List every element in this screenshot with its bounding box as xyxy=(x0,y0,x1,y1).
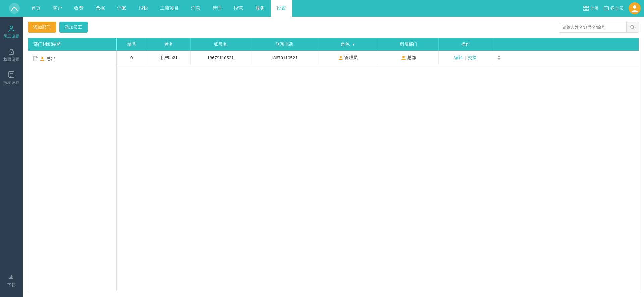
td-account: 18679110521 xyxy=(191,51,251,65)
table-header: 编号 姓名 账号名 联系电话 角色 ▼ 所属部门 操作 xyxy=(117,38,639,51)
avatar-icon xyxy=(630,4,639,13)
svg-rect-2 xyxy=(587,6,588,8)
content-area: 添加部门 添加员工 部门组织结构 xyxy=(23,17,644,297)
table-body: 0 用户0521 18679110521 18679110521 管理 xyxy=(117,51,639,291)
td-scroll xyxy=(492,51,506,65)
logo-area xyxy=(3,2,25,14)
vip-label: 畅会员 xyxy=(610,5,624,11)
nav-item-operation[interactable]: 经营 xyxy=(228,0,249,17)
td-dept-label: 总部 xyxy=(407,55,416,61)
sidebar-item-employee-label: 员工设置 xyxy=(3,34,19,39)
th-scroll xyxy=(492,38,506,51)
dept-tree: 部门组织结构 xyxy=(28,38,117,291)
nav-item-fee[interactable]: 收费 xyxy=(68,0,90,17)
nav-item-bill[interactable]: 票据 xyxy=(90,0,111,17)
svg-point-10 xyxy=(11,52,12,53)
dept-doc-icon xyxy=(33,56,38,61)
download-icon xyxy=(7,273,15,281)
svg-point-19 xyxy=(340,56,342,58)
toolbar: 添加部门 添加员工 xyxy=(28,22,639,33)
add-employee-button[interactable]: 添加员工 xyxy=(59,22,88,33)
td-role-label: 管理员 xyxy=(344,55,358,61)
table-row: 0 用户0521 18679110521 18679110521 管理 xyxy=(117,51,639,65)
vip-button[interactable]: 畅会员 xyxy=(604,5,624,11)
th-phone: 联系电话 xyxy=(251,38,318,51)
svg-point-0 xyxy=(9,3,19,14)
svg-point-8 xyxy=(10,26,13,29)
th-action: 操作 xyxy=(439,38,492,51)
search-button[interactable] xyxy=(626,22,639,32)
td-name: 用户0521 xyxy=(147,51,191,65)
nav-item-accounting[interactable]: 记账 xyxy=(111,0,132,17)
transfer-button[interactable]: 交接 xyxy=(468,55,477,61)
svg-rect-4 xyxy=(587,9,588,11)
svg-point-18 xyxy=(41,57,43,59)
th-number: 编号 xyxy=(117,38,147,51)
scroll-controls xyxy=(496,54,502,61)
th-name: 姓名 xyxy=(147,38,191,51)
nav-item-message[interactable]: 消息 xyxy=(185,0,206,17)
taxsettings-icon xyxy=(7,70,15,79)
svg-line-16 xyxy=(633,28,635,29)
td-dept: 总部 xyxy=(378,51,439,65)
svg-point-20 xyxy=(402,56,405,58)
nav-item-tax[interactable]: 报税 xyxy=(132,0,154,17)
employee-table: 编号 姓名 账号名 联系电话 角色 ▼ 所属部门 操作 0 用户0521 xyxy=(117,38,639,291)
add-dept-button[interactable]: 添加部门 xyxy=(28,22,56,33)
svg-point-15 xyxy=(631,25,634,28)
main-layout: 员工设置 权限设置 报税设置 xyxy=(0,17,644,297)
th-role-label: 角色 xyxy=(341,42,350,47)
search-icon xyxy=(630,24,635,30)
edit-button[interactable]: 编辑 xyxy=(454,55,463,61)
search-input[interactable] xyxy=(559,22,626,32)
th-role[interactable]: 角色 ▼ xyxy=(318,38,378,51)
nav-item-manage[interactable]: 管理 xyxy=(206,0,228,17)
dept-person-icon xyxy=(40,56,45,61)
filter-icon: ▼ xyxy=(352,43,355,46)
dept-tree-item-label: 总部 xyxy=(47,56,55,62)
dept-tree-header: 部门组织结构 xyxy=(28,38,116,51)
scroll-up-button[interactable] xyxy=(497,55,501,57)
top-navigation: 首页 客户 收费 票据 记账 报税 工商项目 消息 管理 经营 服务 设置 全屏 xyxy=(0,0,644,17)
td-number: 0 xyxy=(117,51,147,65)
svg-rect-3 xyxy=(584,9,585,11)
nav-item-settings[interactable]: 设置 xyxy=(271,0,292,17)
permission-icon xyxy=(7,47,15,55)
td-phone: 18679110521 xyxy=(251,51,318,65)
employee-icon xyxy=(7,24,15,32)
scroll-down-button[interactable] xyxy=(497,58,501,60)
svg-point-7 xyxy=(633,5,636,9)
fullscreen-icon xyxy=(583,6,589,11)
dept-person-icon-row xyxy=(401,55,406,60)
th-dept: 所属部门 xyxy=(378,38,439,51)
nav-item-service[interactable]: 服务 xyxy=(249,0,271,17)
fullscreen-label: 全屏 xyxy=(590,5,599,11)
th-account: 账号名 xyxy=(191,38,251,51)
nav-item-home[interactable]: 首页 xyxy=(25,0,47,17)
nav-item-customer[interactable]: 客户 xyxy=(47,0,68,17)
logo-icon xyxy=(8,2,20,14)
avatar[interactable] xyxy=(629,2,641,14)
vip-icon xyxy=(604,6,609,11)
nav-right: 全屏 畅会员 xyxy=(583,2,641,14)
sidebar-item-permission[interactable]: 权限设置 xyxy=(0,43,23,66)
sidebar-item-download[interactable]: 下载 xyxy=(0,269,23,292)
td-role: 管理员 xyxy=(318,51,378,65)
fullscreen-button[interactable]: 全屏 xyxy=(583,5,599,11)
sidebar: 员工设置 权限设置 报税设置 xyxy=(0,17,23,297)
sidebar-item-employee[interactable]: 员工设置 xyxy=(0,20,23,43)
sidebar-item-taxsettings-label: 报税设置 xyxy=(3,80,19,86)
dept-tree-item-headquarters[interactable]: 总部 xyxy=(32,54,113,63)
role-person-icon xyxy=(338,55,343,60)
td-action: 编辑 | 交接 xyxy=(439,51,492,65)
nav-item-business[interactable]: 工商项目 xyxy=(154,0,185,17)
nav-items: 首页 客户 收费 票据 记账 报税 工商项目 消息 管理 经营 服务 设置 xyxy=(25,0,583,17)
svg-rect-5 xyxy=(604,7,609,10)
panel-layout: 部门组织结构 xyxy=(28,38,639,291)
search-area xyxy=(559,22,639,33)
sidebar-item-taxsettings[interactable]: 报税设置 xyxy=(0,66,23,90)
dept-tree-body: 总部 xyxy=(28,51,116,67)
sidebar-bottom-label: 下载 xyxy=(7,282,15,288)
svg-rect-1 xyxy=(584,6,585,8)
sidebar-bottom: 下载 xyxy=(0,269,23,297)
